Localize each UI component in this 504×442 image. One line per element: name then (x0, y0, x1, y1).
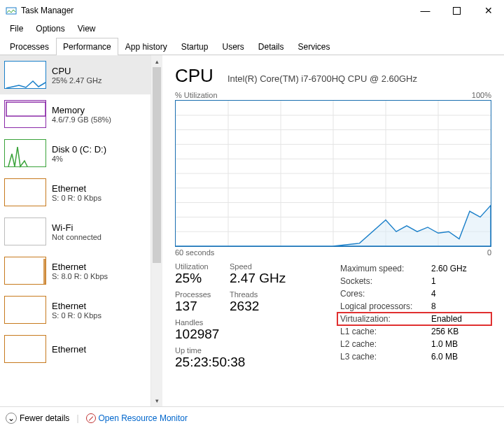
sidebar-item-cpu[interactable]: CPU 25% 2.47 GHz (0, 55, 150, 94)
handles-label: Handles (175, 318, 230, 327)
info-key: Cores: (337, 287, 428, 300)
svg-rect-1 (454, 7, 461, 14)
menu-options[interactable]: Options (30, 22, 70, 35)
info-row: L2 cache:1.0 MB (337, 338, 491, 350)
threads-label: Threads (230, 290, 284, 299)
uptime-label: Up time (175, 346, 337, 355)
open-resource-monitor-label: Open Resource Monitor (99, 413, 188, 423)
open-resource-monitor-link[interactable]: Open Resource Monitor (86, 413, 188, 423)
info-value: Enabled (428, 313, 491, 325)
minimize-button[interactable]: — (410, 0, 441, 21)
sidebar-item-ethernet[interactable]: Ethernet S: 0 R: 0 Kbps (0, 173, 150, 212)
sidebar-thumbnail (4, 257, 46, 285)
tab-bar: Processes Performance App history Startu… (0, 38, 504, 55)
footer: ⌄ Fewer details | Open Resource Monitor (0, 406, 504, 429)
sidebar-scrollbar[interactable]: ▴ ▾ (150, 55, 162, 406)
fewer-details-button[interactable]: ⌄ Fewer details (6, 413, 69, 424)
info-row: Maximum speed:2.60 GHz (337, 262, 491, 275)
info-row: Cores:4 (337, 287, 491, 300)
menubar: File Options View (0, 21, 504, 38)
sidebar-item-disk-0-c-d-[interactable]: Disk 0 (C: D:) 4% (0, 134, 150, 173)
info-value: 4 (428, 287, 491, 300)
window-title: Task Manager (21, 6, 74, 15)
footer-separator: | (76, 413, 78, 423)
info-row: L3 cache:6.0 MB (337, 350, 491, 363)
info-value: 8 (428, 300, 491, 313)
sidebar-item-ethernet[interactable]: Ethernet (0, 329, 150, 369)
scroll-down-icon[interactable]: ▾ (151, 394, 162, 406)
menu-view[interactable]: View (72, 22, 102, 35)
info-key: Sockets: (337, 275, 428, 287)
sidebar-item-sub: Not connected (52, 233, 102, 241)
speed-label: Speed (230, 262, 300, 271)
sidebar-thumbnail (4, 61, 46, 89)
sidebar-thumbnail (4, 296, 46, 324)
sidebar-item-name: Ethernet (52, 183, 102, 194)
chevron-down-icon: ⌄ (6, 413, 17, 424)
tab-processes[interactable]: Processes (3, 38, 56, 55)
sidebar-item-name: Disk 0 (C: D:) (52, 144, 106, 155)
tab-startup[interactable]: Startup (174, 38, 216, 55)
sidebar-item-name: Ethernet (52, 262, 108, 272)
cpu-model: Intel(R) Core(TM) i7-6700HQ CPU @ 2.60GH… (227, 73, 417, 84)
info-value: 6.0 MB (428, 350, 491, 363)
sidebar-item-wi-fi[interactable]: Wi-Fi Not connected (0, 212, 150, 251)
main-title: CPU (175, 65, 214, 87)
sidebar-item-sub: S: 8.0 R: 0 Kbps (52, 272, 108, 280)
info-value: 256 KB (428, 325, 491, 338)
sidebar-item-sub: 4% (52, 155, 106, 163)
sidebar-item-memory[interactable]: Memory 4.6/7.9 GB (58%) (0, 94, 150, 134)
scroll-up-icon[interactable]: ▴ (151, 55, 162, 67)
titlebar: Task Manager — ✕ (0, 0, 504, 21)
info-row: Virtualization:Enabled (337, 313, 491, 325)
utilization-label: Utilization (175, 262, 230, 271)
resource-monitor-icon (86, 413, 96, 423)
tab-users[interactable]: Users (215, 38, 251, 55)
sidebar-item-sub: S: 0 R: 0 Kbps (52, 311, 102, 320)
sidebar-thumbnail (4, 335, 46, 363)
threads-value: 2632 (230, 299, 284, 314)
tab-performance[interactable]: Performance (56, 38, 118, 55)
info-key: L3 cache: (337, 350, 428, 363)
info-key: Maximum speed: (337, 262, 428, 275)
tab-details[interactable]: Details (251, 38, 291, 55)
sidebar-item-ethernet[interactable]: Ethernet S: 8.0 R: 0 Kbps (0, 251, 150, 290)
handles-value: 102987 (175, 327, 230, 342)
info-key: Logical processors: (337, 300, 428, 313)
app-icon (6, 5, 17, 16)
speed-value: 2.47 GHz (230, 271, 300, 286)
sidebar-item-sub: S: 0 R: 0 Kbps (52, 194, 102, 202)
sidebar-thumbnail (4, 100, 46, 128)
info-row: Logical processors:8 (337, 300, 491, 313)
tab-services[interactable]: Services (291, 38, 337, 55)
sidebar-item-sub: 25% 2.47 GHz (52, 76, 102, 85)
graph-ylabel-right: 100% (472, 91, 491, 99)
info-row: Sockets:1 (337, 275, 491, 287)
sidebar-thumbnail (4, 178, 46, 206)
tab-app-history[interactable]: App history (118, 38, 174, 55)
fewer-details-label: Fewer details (20, 413, 69, 423)
utilization-graph (175, 100, 491, 247)
sidebar: CPU 25% 2.47 GHz Memory 4.6/7.9 GB (58%)… (0, 55, 162, 406)
maximize-button[interactable] (441, 0, 472, 21)
info-key: L2 cache: (337, 338, 428, 350)
processes-value: 137 (175, 299, 230, 314)
sidebar-item-name: Memory (52, 105, 111, 115)
sidebar-item-name: Wi-Fi (52, 222, 102, 233)
cpu-info-table: Maximum speed:2.60 GHzSockets:1Cores:4Lo… (337, 262, 491, 363)
info-value: 1 (428, 275, 491, 287)
processes-label: Processes (175, 290, 230, 299)
sidebar-item-name: Ethernet (52, 344, 86, 355)
info-key: L1 cache: (337, 325, 428, 338)
scrollbar-thumb[interactable] (153, 67, 161, 263)
menu-file[interactable]: File (4, 22, 29, 35)
utilization-value: 25% (175, 271, 230, 286)
sidebar-item-name: Ethernet (52, 301, 102, 311)
close-button[interactable]: ✕ (472, 0, 504, 21)
graph-xlabel-right: 0 (487, 248, 491, 257)
info-row: L1 cache:256 KB (337, 325, 491, 338)
sidebar-thumbnail (4, 139, 46, 167)
sidebar-thumbnail (4, 218, 46, 245)
info-value: 2.60 GHz (428, 262, 491, 275)
sidebar-item-ethernet[interactable]: Ethernet S: 0 R: 0 Kbps (0, 290, 150, 329)
